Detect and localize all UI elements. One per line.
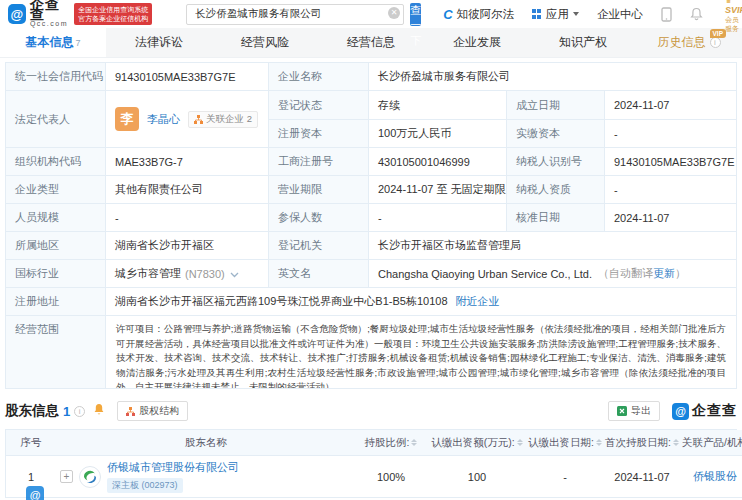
tab-intellectual-property[interactable]: 知识产权 [530, 28, 636, 57]
legal-rep-avatar: 李 [115, 107, 139, 131]
shareholders-table: 序号 股东名称 持股比例: 认缴出资额(万元): 认缴出资日期: 首次持股日期:… [5, 429, 737, 498]
tab-basic-info[interactable]: 基本信息 7 [0, 28, 106, 57]
vip-badge: VIP [710, 29, 726, 38]
brand-name: 企查查 [30, 0, 70, 19]
label-paid-capital: 实缴资本 [507, 120, 605, 148]
value-reg-capital: 100万元人民币 [369, 120, 507, 148]
col-header-name: 股东名称 [56, 430, 356, 456]
label-business-scope: 经营范围 [6, 316, 106, 389]
tab-operation-risk[interactable]: 经营风险 [212, 28, 318, 57]
org-chart-icon [194, 115, 203, 124]
sort-icon[interactable] [411, 439, 417, 446]
expand-row-button[interactable]: + [60, 470, 73, 483]
mobile-app-icon[interactable] [661, 7, 672, 22]
label-reg-no: 工商注册号 [269, 148, 369, 176]
translate-update-link[interactable]: 更新 [653, 266, 675, 281]
label-approval-date: 核准日期 [507, 204, 605, 232]
value-insured-count: - [369, 204, 507, 232]
label-company-name: 企业名称 [269, 63, 369, 91]
chevron-down-icon[interactable] [230, 268, 239, 280]
value-region: 湖南省长沙市开福区 [106, 232, 269, 260]
info-icon[interactable]: i [74, 406, 85, 417]
col-header-amount[interactable]: 认缴出资额(万元): [426, 430, 528, 456]
value-industry[interactable]: 城乡市容管理 (N7830) [106, 260, 269, 288]
label-company-type: 企业类型 [6, 176, 106, 204]
value-org-code: MAE33B7G-7 [106, 148, 269, 176]
col-header-ratio[interactable]: 持股比例: [356, 430, 426, 456]
nav-apps-dropdown[interactable]: 应用 [532, 7, 579, 22]
row-first-date: 2024-11-07 [602, 456, 682, 498]
value-reg-status: 存续 [369, 91, 507, 120]
label-industry: 国标行业 [6, 260, 106, 288]
qcc-logo-icon: @ [8, 4, 26, 24]
value-credit-code: 91430105MAE33B7G7E [106, 63, 269, 91]
label-org-code: 组织机构代码 [6, 148, 106, 176]
search-button[interactable]: 查一下 [410, 3, 421, 26]
tab-history-info[interactable]: VIP 历史信息 i [636, 28, 742, 57]
label-est-date: 成立日期 [507, 91, 605, 120]
sort-icon[interactable] [673, 439, 679, 446]
export-button[interactable]: 导出 [608, 401, 660, 421]
value-reg-no: 430105001046999 [369, 148, 507, 176]
row-date: - [528, 456, 602, 498]
value-english-name: Changsha Qiaoying Urban Service Co., Ltd… [369, 260, 737, 288]
tab-operation-info[interactable]: 经营信息 [318, 28, 424, 57]
legal-rep-name-link[interactable]: 李晶心 [147, 112, 180, 127]
nav-zhibi-alpha[interactable]: C 知彼阿尔法 [443, 7, 514, 22]
col-header-date[interactable]: 认缴出资日期: [528, 430, 602, 456]
shareholders-header: 股东信息 1 i 股权结构 导出 @ 企查查 [5, 401, 737, 421]
qcc-watermark-icon: @ [672, 403, 689, 420]
row-shareholder-name-cell: + 侨银城市管理股份有限公司 深主板 (002973) [56, 456, 356, 498]
value-taxpayer-id: 91430105MAE33B7G7E [605, 148, 737, 176]
section-tabs: 基本信息 7 法律诉讼 经营风险 经营信息 企业发展 知识产权 VIP 历史信息… [0, 28, 742, 58]
equity-chart-icon [126, 407, 135, 416]
value-legal-rep: 李 李晶心 关联企业 2 [106, 91, 269, 148]
label-legal-rep: 法定代表人 [6, 91, 106, 148]
row-related-product: 侨银股份 [682, 456, 742, 498]
label-region: 所属地区 [6, 232, 106, 260]
label-reg-capital: 注册资本 [269, 120, 369, 148]
chevron-down-icon [573, 12, 579, 16]
value-company-type: 其他有限责任公司 [106, 176, 269, 204]
label-reg-address: 注册地址 [6, 288, 106, 316]
shareholders-count: 1 [63, 404, 70, 419]
qcc-watermark-icon: @ [26, 486, 44, 500]
apps-grid-icon [532, 9, 542, 19]
value-business-term: 2024-11-07 至 无固定期限 [369, 176, 507, 204]
value-reg-address: 湖南省长沙市开福区福元西路109号珠江悦界商业中心B1-B5栋10108 附近企… [106, 288, 737, 316]
value-approval-date: 2024-11-07 [605, 204, 737, 232]
stock-board-badge[interactable]: 深主板 (002973) [107, 478, 183, 493]
label-business-term: 营业期限 [269, 176, 369, 204]
value-est-date: 2024-11-07 [605, 91, 737, 120]
zhibi-icon: C [443, 7, 452, 22]
notification-bell-icon[interactable] [690, 7, 703, 21]
excel-icon [617, 406, 627, 416]
nav-enterprise-center[interactable]: 企业中心 [597, 7, 643, 22]
label-reg-status: 登记状态 [269, 91, 369, 120]
row-amount: 100 [426, 456, 528, 498]
tab-company-development[interactable]: 企业发展 [424, 28, 530, 57]
equity-structure-button[interactable]: 股权结构 [117, 401, 188, 421]
shareholder-logo [79, 466, 101, 488]
nearby-companies-link[interactable]: 附近企业 [456, 294, 500, 309]
official-badge: 全国企业信用查询系统 官方备案企业征信机构 [74, 3, 152, 25]
label-reg-authority: 登记机关 [269, 232, 369, 260]
qcc-watermark: @ 企查查 [672, 402, 737, 420]
label-taxpayer-qual: 纳税人资质 [507, 176, 605, 204]
related-product-link[interactable]: 侨银股份 [693, 469, 737, 484]
related-companies-badge[interactable]: 关联企业 2 [188, 111, 258, 128]
value-staff-size: - [106, 204, 269, 232]
alert-bell-icon[interactable] [93, 402, 105, 420]
shareholders-title: 股东信息 [5, 402, 59, 420]
label-taxpayer-id: 纳税人识别号 [507, 148, 605, 176]
basic-info-table: 统一社会信用代码 91430105MAE33B7G7E 企业名称 长沙侨盈城市服… [5, 62, 737, 389]
search-input[interactable] [186, 4, 404, 25]
tab-legal-litigation[interactable]: 法律诉讼 [106, 28, 212, 57]
sort-icon[interactable] [517, 439, 523, 446]
label-credit-code: 统一社会信用代码 [6, 63, 106, 91]
qcc-logo[interactable]: @ 企查查 Qcc.com [8, 0, 70, 29]
col-header-first-date[interactable]: 首次持股日期: [602, 430, 682, 456]
info-icon[interactable]: i [710, 37, 721, 48]
value-company-name: 长沙侨盈城市服务有限公司 [369, 63, 737, 91]
shareholder-name-link[interactable]: 侨银城市管理股份有限公司 [107, 460, 239, 475]
